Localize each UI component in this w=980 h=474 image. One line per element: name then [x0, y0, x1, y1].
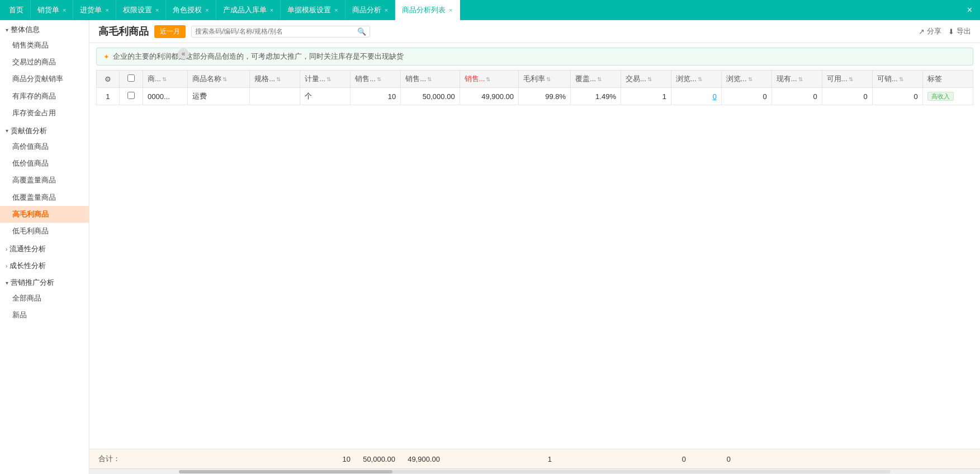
sidebar-item-stock-capital[interactable]: 库存资金占用	[0, 105, 89, 121]
sidebar-section-overall[interactable]: ▾ 整体信息	[0, 20, 89, 37]
cell-browse2: 0	[721, 88, 771, 105]
page-title: 高毛利商品	[98, 25, 149, 38]
close-sales-tab[interactable]: ×	[63, 7, 66, 13]
cell-gross-rate: 99.8%	[519, 88, 571, 105]
sidebar-section-liquidity[interactable]: › 流通性分析	[0, 240, 89, 256]
cell-sales-amount: 50,000.00	[401, 88, 460, 105]
col-browse2[interactable]: 浏览...⇅	[721, 71, 771, 88]
sidebar-item-low-margin[interactable]: 低毛利商品	[0, 223, 89, 240]
scrollbar-thumb[interactable]	[179, 470, 392, 473]
table-row: 1 0000... 运费 个 10 50,000.00 49,900.00 99…	[97, 88, 973, 105]
close-inbound-tab[interactable]: ×	[270, 7, 273, 13]
col-code[interactable]: 商...⇅	[143, 71, 188, 88]
horizontal-scrollbar[interactable]	[89, 468, 980, 474]
footer-sales-cost: 49,900.00	[400, 455, 444, 463]
col-sales-qty[interactable]: 销售...⇅	[351, 71, 401, 88]
cell-checkbox[interactable]	[119, 88, 143, 105]
cell-sales-qty: 10	[351, 88, 401, 105]
col-coverage[interactable]: 覆盖...⇅	[571, 71, 621, 88]
sidebar-item-low-coverage[interactable]: 低覆盖量商品	[0, 189, 89, 206]
scrollbar-track[interactable]	[179, 470, 891, 473]
sidebar-toggle-button[interactable]: «	[178, 48, 189, 59]
info-bar: ✦ 企业的主要的利润都是这部分商品创造的，可考虑加大推广，同时关注库存是不要出现…	[96, 48, 973, 65]
col-trade[interactable]: 交易...⇅	[621, 71, 671, 88]
col-gross-rate[interactable]: 毛利率⇅	[519, 71, 571, 88]
export-icon: ⬇	[948, 27, 954, 36]
cell-unit: 个	[300, 88, 351, 105]
nav-tab-analysis-list[interactable]: 商品分析列表 ×	[395, 0, 460, 20]
sidebar-item-low-value[interactable]: 低价值商品	[0, 155, 89, 172]
sidebar-item-in-stock[interactable]: 有库存的商品	[0, 88, 89, 105]
footer-total-bar: 合计： 10 50,000.00 49,900.00 1 0 0	[89, 449, 980, 468]
close-purchase-tab[interactable]: ×	[105, 7, 108, 13]
info-icon: ✦	[103, 53, 110, 61]
filter-recent-month-button[interactable]: 近一月	[154, 25, 186, 38]
search-input[interactable]	[195, 27, 357, 35]
sidebar-section-growth[interactable]: › 成长性分析	[0, 256, 89, 273]
nav-tab-sales[interactable]: 销货单 ×	[31, 0, 73, 20]
sidebar-item-new-goods[interactable]: 新品	[0, 307, 89, 323]
tag-badge: 高收入	[927, 92, 954, 101]
cell-tag: 高收入	[922, 88, 973, 105]
nav-tab-home[interactable]: 首页	[2, 0, 31, 20]
cell-trade: 1	[621, 88, 671, 105]
expand-icon-4: ›	[6, 263, 7, 269]
sidebar-item-all-goods[interactable]: 全部商品	[0, 290, 89, 307]
cell-name: 运费	[188, 88, 250, 105]
sidebar-item-high-margin[interactable]: 高毛利商品	[0, 206, 89, 223]
col-tag[interactable]: 标签	[922, 71, 973, 88]
col-unit[interactable]: 计量...⇅	[300, 71, 351, 88]
col-stock-available[interactable]: 可用...⇅	[822, 71, 872, 88]
close-template-tab[interactable]: ×	[334, 7, 338, 13]
sidebar-item-high-value[interactable]: 高价值商品	[0, 138, 89, 155]
cell-browse1[interactable]: 0	[671, 88, 721, 105]
expand-icon-5: ▾	[6, 280, 8, 286]
header-actions: ↗ 分享 ⬇ 导出	[919, 26, 971, 36]
cell-index: 1	[97, 88, 120, 105]
footer-stock-saleable: 0	[690, 455, 735, 463]
close-permission-tab[interactable]: ×	[155, 7, 159, 13]
search-icon[interactable]: 🔍	[357, 27, 366, 36]
close-analysis-list-tab[interactable]: ×	[449, 7, 452, 13]
footer-sales-qty: 10	[310, 455, 355, 463]
col-sales-cost[interactable]: 销售...⇅	[460, 71, 518, 88]
export-button[interactable]: ⬇ 导出	[948, 26, 971, 36]
cell-stock-saleable: 0	[872, 88, 922, 105]
nav-tab-purchase[interactable]: 进货单 ×	[73, 0, 116, 20]
col-browse1[interactable]: 浏览...⇅	[671, 71, 721, 88]
col-settings[interactable]: ⚙	[97, 71, 120, 88]
sidebar-item-sales-goods[interactable]: 销售类商品	[0, 37, 89, 54]
sidebar-item-contribution-rate[interactable]: 商品分贡献销率	[0, 71, 89, 87]
expand-icon-3: ›	[6, 246, 7, 252]
total-label: 合计：	[98, 454, 120, 464]
cell-spec	[250, 88, 300, 105]
sidebar-section-marketing[interactable]: ▾ 营销推广分析	[0, 273, 89, 290]
select-all-checkbox[interactable]	[127, 74, 135, 82]
table-header-row: ⚙ 商...⇅ 商品名称⇅ 规格...⇅ 计量...⇅ 销售...⇅ 销售...…	[97, 71, 973, 88]
col-spec[interactable]: 规格...⇅	[250, 71, 300, 88]
content-panel: « 高毛利商品 近一月 🔍 ↗ 分享 ⬇ 导出 ✦ 企	[89, 20, 980, 474]
nav-tab-template[interactable]: 单据模板设置 ×	[281, 0, 345, 20]
col-name[interactable]: 商品名称⇅	[188, 71, 250, 88]
cell-sales-cost: 49,900.00	[460, 88, 518, 105]
sidebar-item-traded-goods[interactable]: 交易过的商品	[0, 54, 89, 71]
sidebar-item-high-coverage[interactable]: 高覆盖量商品	[0, 172, 89, 189]
content-header: 高毛利商品 近一月 🔍 ↗ 分享 ⬇ 导出	[89, 20, 980, 43]
col-checkbox[interactable]	[119, 71, 143, 88]
nav-tab-inbound[interactable]: 产成品入库单 ×	[216, 0, 281, 20]
cell-coverage: 1.49%	[571, 88, 621, 105]
col-stock-current[interactable]: 现有...⇅	[771, 71, 822, 88]
close-role-tab[interactable]: ×	[205, 7, 209, 13]
sidebar-section-contribution[interactable]: ▾ 贡献值分析	[0, 121, 89, 138]
top-navigation: 首页 销货单 × 进货单 × 权限设置 × 角色授权 × 产成品入库单 × 单据…	[0, 0, 980, 20]
col-stock-saleable[interactable]: 可销...⇅	[872, 71, 922, 88]
row-checkbox[interactable]	[127, 92, 135, 99]
col-sales-amount[interactable]: 销售...⇅	[401, 71, 460, 88]
footer-stock-available: 0	[646, 455, 690, 463]
window-close-button[interactable]: ×	[962, 5, 978, 15]
share-button[interactable]: ↗ 分享	[919, 26, 941, 36]
close-analysis-tab[interactable]: ×	[385, 7, 388, 13]
nav-tab-analysis[interactable]: 商品分析 ×	[345, 0, 395, 20]
nav-tab-role[interactable]: 角色授权 ×	[166, 0, 216, 20]
nav-tab-permission[interactable]: 权限设置 ×	[116, 0, 166, 20]
